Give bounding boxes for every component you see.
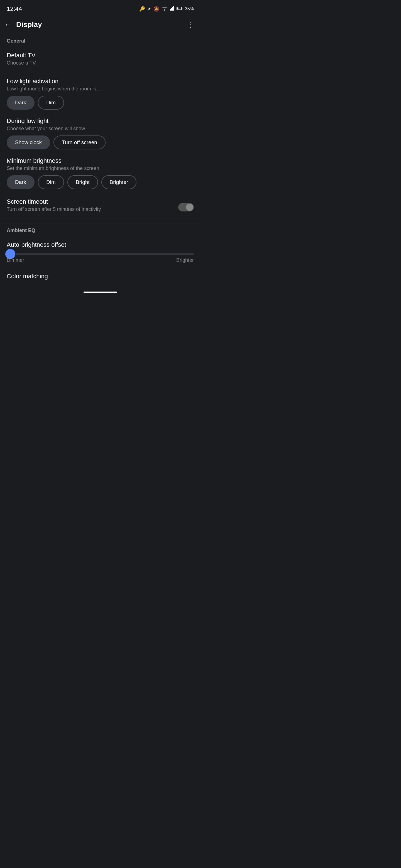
screen-timeout-info: Screen timeout Turn off screen after 5 m… <box>7 198 101 216</box>
brightness-slider-track <box>7 253 194 254</box>
section-divider <box>0 223 200 223</box>
minimum-brightness-item: Minimum brightness Set the minimum brigh… <box>0 154 200 194</box>
brightness-dim-button[interactable]: Dim <box>38 175 64 189</box>
during-low-light-subtitle: Choose what your screen will show <box>7 126 194 132</box>
status-icons: 🔑 ✴ 🔕 35% <box>139 6 194 12</box>
svg-rect-7 <box>173 6 174 10</box>
brightness-bright-button[interactable]: Bright <box>67 175 98 189</box>
page-header: ← Display ⋮ <box>0 16 200 34</box>
low-light-activation-title: Low light activation <box>7 78 194 85</box>
svg-point-3 <box>164 9 165 10</box>
low-light-dark-button[interactable]: Dark <box>7 96 34 110</box>
brightness-slider-thumb[interactable] <box>5 249 15 259</box>
low-light-activation-item: Low light activation Low light mode begi… <box>0 74 200 114</box>
auto-brightness-item: Auto-brightness offset Dimmer Brighter <box>0 238 200 268</box>
default-tv-title: Default TV <box>7 52 194 59</box>
screen-timeout-title: Screen timeout <box>7 198 101 205</box>
minimum-brightness-title: Minimum brightness <box>7 157 194 164</box>
back-button[interactable]: ← <box>4 20 12 29</box>
during-low-light-button-group: Show clock Turn off screen <box>7 135 194 149</box>
key-icon: 🔑 <box>139 6 145 12</box>
during-low-light-item: During low light Choose what your screen… <box>0 114 200 154</box>
default-tv-subtitle: Choose a TV <box>7 60 194 66</box>
bottom-bar <box>84 291 117 293</box>
low-light-activation-subtitle: Low light mode begins when the room is..… <box>7 86 194 92</box>
brightness-brighter-button[interactable]: Brighter <box>102 175 137 189</box>
svg-rect-5 <box>171 8 172 10</box>
wifi-icon <box>162 6 168 12</box>
auto-brightness-title: Auto-brightness offset <box>7 241 194 248</box>
minimum-brightness-button-group: Dark Dim Bright Brighter <box>7 175 194 189</box>
screen-timeout-subtitle: Turn off screen after 5 minutes of inact… <box>7 207 101 212</box>
brightness-slider-wrapper <box>7 253 194 254</box>
more-options-button[interactable]: ⋮ <box>187 20 195 29</box>
show-clock-button[interactable]: Show clock <box>7 135 50 149</box>
status-bar: 12:44 🔑 ✴ 🔕 <box>0 0 200 16</box>
minimum-brightness-subtitle: Set the minimum brightness of the screen <box>7 165 194 172</box>
screen-timeout-toggle[interactable] <box>178 203 194 211</box>
low-light-dim-button[interactable]: Dim <box>38 96 64 110</box>
slider-max-label: Brighter <box>176 257 194 263</box>
default-tv-item[interactable]: Default TV Choose a TV <box>0 49 200 74</box>
screen-timeout-item: Screen timeout Turn off screen after 5 m… <box>0 194 200 221</box>
page-title: Display <box>16 20 42 29</box>
bluetooth-icon: ✴ <box>147 6 151 12</box>
bottom-nav-indicator <box>0 287 200 298</box>
brightness-dark-button[interactable]: Dark <box>7 175 34 189</box>
svg-rect-6 <box>172 7 173 10</box>
brightness-slider-labels: Dimmer Brighter <box>7 257 194 263</box>
color-matching-item[interactable]: Color matching <box>0 268 200 285</box>
toggle-knob <box>186 204 193 211</box>
general-section-label: General <box>0 36 200 49</box>
svg-rect-9 <box>177 7 178 9</box>
svg-rect-4 <box>170 9 171 10</box>
color-matching-title: Color matching <box>7 273 194 280</box>
battery-percentage: 35% <box>185 6 194 11</box>
low-light-button-group: Dark Dim <box>7 96 194 110</box>
mute-icon: 🔕 <box>153 6 159 12</box>
during-low-light-title: During low light <box>7 117 194 125</box>
status-time: 12:44 <box>7 5 22 12</box>
battery-icon <box>176 6 183 11</box>
header-left: ← Display <box>4 20 42 29</box>
turn-off-screen-button[interactable]: Turn off screen <box>54 135 106 149</box>
signal-icon <box>170 6 174 12</box>
ambient-eq-section-label: Ambient EQ <box>0 225 200 238</box>
svg-rect-10 <box>181 8 182 9</box>
